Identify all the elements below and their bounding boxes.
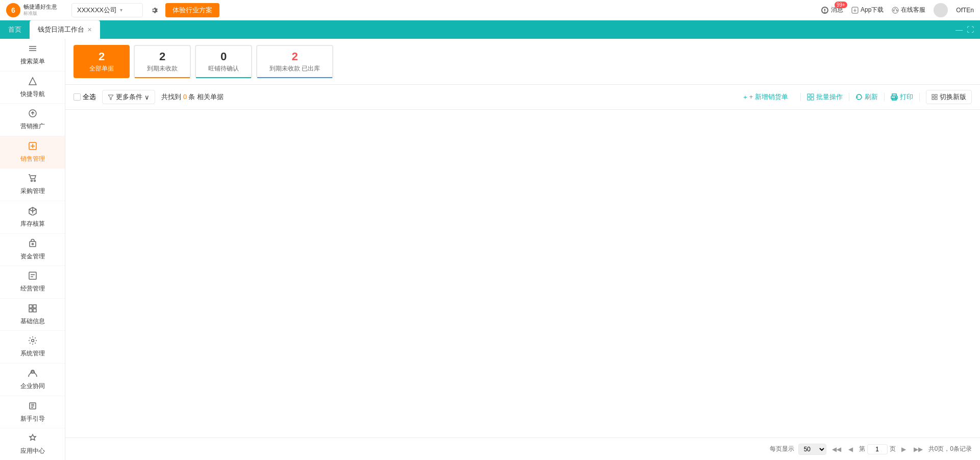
svg-rect-10 (30, 241, 36, 247)
add-order-button[interactable]: + + 新增销货单 (737, 90, 794, 104)
sidebar-label-system: 系统管理 (20, 350, 45, 358)
toolbar-divider-1 (800, 93, 801, 101)
print-label: 打印 (900, 92, 913, 102)
svg-rect-34 (935, 98, 937, 100)
select-all-checkbox[interactable] (74, 93, 81, 101)
card-label-all: 全部单据 (89, 64, 114, 73)
operations-icon (28, 271, 37, 283)
tab-home[interactable]: 首页 (0, 20, 30, 39)
logo-area: 6 畅捷通好生意 标准版 (6, 3, 71, 17)
top-header: 6 畅捷通好生意 标准版 XXXXXX公司 ▾ 体验行业方案 消息 99+ Ap… (0, 0, 980, 20)
sidebar-label-quick-nav: 快捷导航 (20, 90, 45, 99)
system-icon (28, 336, 37, 348)
purchase-icon (28, 174, 37, 185)
sidebar-item-guide[interactable]: 新手引导 (0, 396, 65, 429)
page-label-pre: 第 (859, 445, 865, 453)
svg-rect-25 (807, 98, 810, 100)
svg-point-8 (31, 180, 32, 182)
sidebar-label-app-center: 应用中心 (20, 447, 45, 455)
refresh-button[interactable]: 刷新 (855, 92, 878, 102)
sidebar-item-basic-info[interactable]: 基础信息 (0, 299, 65, 331)
refresh-label: 刷新 (865, 92, 878, 102)
next-page-button[interactable]: ▶ (898, 443, 910, 455)
sidebar-label-search-menu: 搜索菜单 (20, 58, 45, 66)
toolbar-divider-3 (884, 93, 885, 101)
main-layout: 搜索菜单 快捷导航 营销推广 销售管理 采购管理 (0, 39, 980, 460)
page-nav: ◀◀ ◀ 第 页 ▶ ▶▶ (830, 443, 924, 455)
sidebar-item-sales[interactable]: 销售管理 (0, 136, 65, 169)
tab-bar: 首页 钱货日清工作台 ✕ — ⛶ (0, 20, 980, 39)
summary-card-all[interactable]: 2 全部单据 (74, 45, 130, 78)
tab-workbench[interactable]: 钱货日清工作台 ✕ (30, 20, 100, 39)
quick-nav-icon (28, 77, 37, 88)
basic-info-icon (28, 304, 37, 316)
card-underline-shipped (257, 77, 332, 78)
svg-marker-22 (108, 95, 113, 100)
summary-card-overdue[interactable]: 2 到期未收款 (134, 45, 191, 78)
company-selector[interactable]: XXXXXX公司 ▾ (71, 3, 143, 17)
svg-point-30 (895, 97, 896, 98)
per-page-label: 每页显示 (770, 445, 794, 453)
summary-cards: 2 全部单据 2 到期未收款 0 旺铺待确认 2 到期未收款 已出库 (65, 39, 980, 85)
svg-point-19 (31, 340, 34, 342)
user-avatar[interactable] (934, 3, 948, 17)
gear-button[interactable] (147, 3, 161, 17)
svg-point-9 (34, 180, 35, 182)
online-service-button[interactable]: 在线客服 (892, 6, 925, 14)
company-name: XXXXXX公司 (77, 6, 117, 15)
svg-rect-18 (33, 309, 36, 312)
svg-rect-16 (33, 305, 36, 308)
svg-rect-24 (811, 94, 814, 96)
switch-label: 切换新版 (940, 92, 966, 102)
switch-version-button[interactable]: 切换新版 (926, 90, 972, 104)
print-button[interactable]: 打印 (891, 92, 913, 102)
toolbar-right: + + 新增销货单 批量操作 刷新 打印 (737, 90, 972, 104)
batch-op-button[interactable]: 批量操作 (807, 92, 843, 102)
summary-card-wangpu[interactable]: 0 旺铺待确认 (195, 45, 252, 78)
trial-button[interactable]: 体验行业方案 (165, 3, 219, 17)
app-download-button[interactable]: App下载 (851, 6, 884, 14)
logo-badge: 标准版 (23, 10, 57, 17)
last-page-button[interactable]: ▶▶ (912, 443, 924, 455)
sidebar-label-basic-info: 基础信息 (20, 318, 45, 326)
logo-text: 畅捷通好生意 (23, 3, 57, 10)
filter-button[interactable]: 更多条件 ∨ (102, 90, 155, 104)
sidebar-item-quick-nav[interactable]: 快捷导航 (0, 71, 65, 104)
finance-icon (28, 239, 37, 251)
svg-rect-23 (807, 94, 810, 96)
total-info: 共0页，0条记录 (928, 445, 972, 453)
sidebar-item-marketing[interactable]: 营销推广 (0, 104, 65, 136)
card-label-wangpu: 旺铺待确认 (208, 64, 239, 73)
found-unit: 条 (188, 93, 195, 101)
svg-rect-26 (811, 98, 814, 100)
guide-icon (28, 401, 37, 413)
sidebar-item-finance[interactable]: 资金管理 (0, 234, 65, 267)
svg-rect-12 (29, 272, 36, 279)
message-button[interactable]: 消息 99+ (821, 6, 843, 14)
sidebar-item-search-menu[interactable]: 搜索菜单 (0, 39, 65, 71)
inventory-icon (28, 206, 37, 218)
sidebar-item-operations[interactable]: 经营管理 (0, 266, 65, 299)
sidebar-item-enterprise[interactable]: 企业协同 (0, 364, 65, 396)
tab-minimize-icon[interactable]: — (955, 26, 963, 34)
tab-home-label: 首页 (8, 25, 21, 34)
sidebar-item-system[interactable]: 系统管理 (0, 331, 65, 364)
page-number-input[interactable] (867, 444, 888, 454)
card-underline-overdue (135, 77, 190, 78)
sidebar-item-app-center[interactable]: 应用中心 (0, 428, 65, 460)
first-page-button[interactable]: ◀◀ (830, 443, 843, 455)
prev-page-button[interactable]: ◀ (845, 443, 857, 455)
toolbar-divider-4 (919, 93, 920, 101)
select-all[interactable]: 全选 (74, 92, 96, 102)
sidebar-item-purchase[interactable]: 采购管理 (0, 168, 65, 201)
svg-rect-15 (29, 305, 32, 308)
summary-card-shipped[interactable]: 2 到期未收款 已出库 (256, 45, 333, 78)
logo-icon: 6 (6, 3, 20, 17)
found-prefix: 共找到 (161, 93, 181, 101)
tab-close-icon[interactable]: ✕ (87, 27, 92, 33)
sidebar-item-inventory[interactable]: 库存核算 (0, 201, 65, 234)
app-center-icon (28, 433, 37, 445)
per-page-select[interactable]: 50 100 200 (798, 444, 826, 455)
tab-maximize-icon[interactable]: ⛶ (967, 26, 974, 34)
marketing-icon (28, 109, 37, 120)
